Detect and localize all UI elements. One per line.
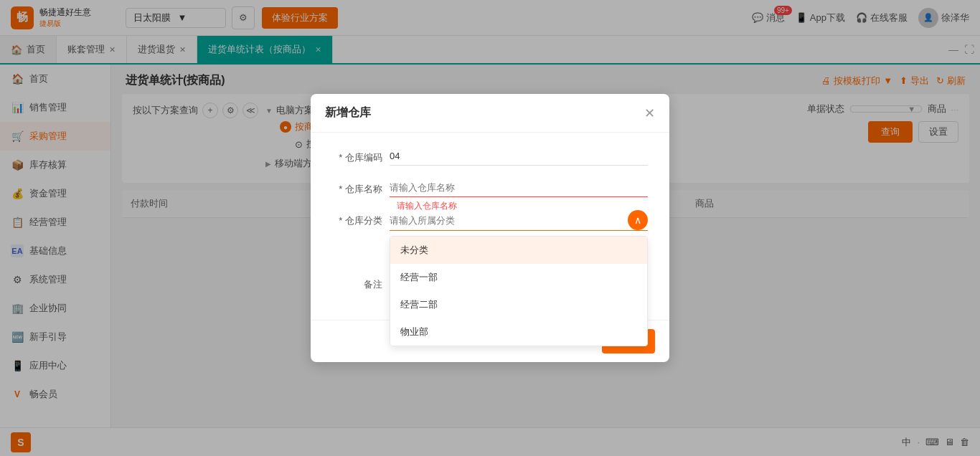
category-input[interactable]: [390, 212, 628, 229]
modal-add-warehouse: 新增仓库 ✕ * 仓库编码 * 仓库名称 请输入仓库名称 * 仓库分类: [311, 94, 669, 362]
modal-overlay: 新增仓库 ✕ * 仓库编码 * 仓库名称 请输入仓库名称 * 仓库分类: [0, 0, 980, 456]
note-label: 备注: [332, 274, 390, 291]
form-row-name: * 仓库名称 请输入仓库名称: [332, 179, 648, 197]
modal-close-button[interactable]: ✕: [644, 107, 655, 120]
dropdown-item-property[interactable]: 物业部: [390, 318, 647, 346]
dropdown-item-dept1[interactable]: 经营一部: [390, 264, 647, 291]
name-label: * 仓库名称: [332, 179, 390, 196]
dropdown-item-uncategorized[interactable]: 未分类: [390, 237, 647, 264]
modal-header: 新增仓库 ✕: [311, 94, 669, 133]
dropdown-item-dept2[interactable]: 经营二部: [390, 291, 647, 318]
form-row-category: * 仓库分类 ∧ 未分类 经营一部 经营二部 物业部: [332, 210, 648, 231]
modal-body: * 仓库编码 * 仓库名称 请输入仓库名称 * 仓库分类 ∧: [311, 133, 669, 320]
category-input-row: ∧: [390, 210, 648, 231]
code-label: * 仓库编码: [332, 147, 390, 164]
name-input[interactable]: [390, 179, 648, 197]
code-input[interactable]: [390, 147, 648, 166]
category-label: * 仓库分类: [332, 210, 390, 227]
category-toggle-button[interactable]: ∧: [628, 210, 648, 230]
form-row-code: * 仓库编码: [332, 147, 648, 166]
category-dropdown: 未分类 经营一部 经营二部 物业部: [390, 236, 648, 346]
category-wrapper: ∧ 未分类 经营一部 经营二部 物业部: [390, 210, 648, 231]
modal-title: 新增仓库: [325, 105, 371, 120]
